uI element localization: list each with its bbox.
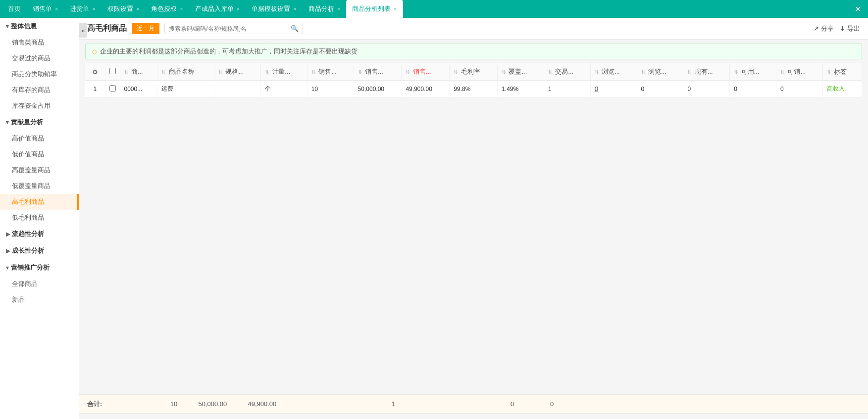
- sidebar-item-all-goods[interactable]: 全部商品: [0, 276, 79, 292]
- sidebar-item-high-value[interactable]: 高价值商品: [0, 131, 79, 146]
- col-sellable-stock-sort: ⇅: [780, 69, 784, 75]
- nav-purchase-order-close[interactable]: ×: [92, 6, 95, 12]
- cell-views2: 0: [637, 81, 683, 97]
- sidebar-section-marketing[interactable]: ▾ 营销推广分析: [0, 259, 79, 276]
- footer-sales-qty: 10: [122, 400, 181, 408]
- sidebar-section-overall[interactable]: ▾ 整体信息: [0, 18, 79, 35]
- cell-sales-profit: 49,900.00: [402, 81, 450, 97]
- col-unit-sort: ⇅: [265, 69, 269, 75]
- col-sellable-stock[interactable]: ⇅ 可销...: [776, 63, 823, 81]
- sidebar-item-in-stock[interactable]: 有库存的商品: [0, 82, 79, 98]
- footer-transactions: 1: [359, 400, 399, 408]
- sidebar-section-contribution[interactable]: ▾ 贡献量分析: [0, 114, 79, 131]
- col-sales-amount[interactable]: ⇅ 销售...: [354, 63, 402, 81]
- nav-role-auth-close[interactable]: ×: [180, 6, 183, 12]
- col-available-stock[interactable]: ⇅ 可用...: [730, 63, 776, 81]
- sidebar: ▾ 整体信息 销售类商品 交易过的商品 商品分类助销率 有库存的商品 库存资金占…: [0, 18, 79, 419]
- sidebar-item-low-margin[interactable]: 低毛利商品: [0, 210, 79, 226]
- sidebar-collapse-button[interactable]: «: [79, 23, 87, 38]
- footer-spacer4: [439, 400, 478, 408]
- section-overall-arrow: ▾: [6, 23, 9, 30]
- nav-role-auth[interactable]: 角色授权 ×: [145, 0, 189, 18]
- tip-bar: ◇ 企业的主要的利润都是这部分商品创造的，可考虑加大推广，同时关注库存是不要出现…: [85, 44, 862, 59]
- tip-text: 企业的主要的利润都是这部分商品创造的，可考虑加大推广，同时关注库存是不要出现缺货: [100, 47, 357, 56]
- sidebar-item-high-margin[interactable]: 高毛利商品: [0, 194, 79, 210]
- col-unit[interactable]: ⇅ 计量...: [260, 63, 307, 81]
- col-current-stock[interactable]: ⇅ 现有...: [683, 63, 730, 81]
- sidebar-item-category-rate[interactable]: 商品分类助销率: [0, 66, 79, 82]
- table-wrapper[interactable]: ⚙ ⇅ 商... ⇅ 商品名称: [85, 63, 862, 394]
- search-icon[interactable]: 🔍: [291, 25, 299, 32]
- nav-home[interactable]: 首页: [2, 0, 27, 18]
- content-area: « 高毛利商品 近一月 🔍 ↗ 分享 ⬇ 导出 ◇: [79, 18, 868, 419]
- footer-spacer1: [280, 400, 320, 408]
- share-icon: ↗: [814, 25, 819, 32]
- nav-purchase-order[interactable]: 进货单 ×: [64, 0, 101, 18]
- export-icon: ⬇: [840, 25, 845, 32]
- sidebar-item-high-coverage[interactable]: 高覆盖量商品: [0, 162, 79, 178]
- page-title: 高毛利商品: [87, 23, 127, 34]
- sidebar-item-traded-goods[interactable]: 交易过的商品: [0, 50, 79, 66]
- footer-spacer2: [320, 400, 359, 408]
- col-sales-amount-sort: ⇅: [358, 69, 362, 75]
- cell-sales-qty: 10: [307, 81, 354, 97]
- col-gross-margin[interactable]: ⇅ 毛利率: [450, 63, 498, 81]
- nav-sales-order[interactable]: 销售单 ×: [27, 0, 64, 18]
- col-sales-qty[interactable]: ⇅ 销售...: [307, 63, 354, 81]
- col-coverage[interactable]: ⇅ 覆盖...: [498, 63, 544, 81]
- nav-sales-order-close[interactable]: ×: [55, 6, 58, 12]
- nav-product-analysis-list-close[interactable]: ×: [394, 6, 397, 12]
- nav-product-analysis-list[interactable]: 商品分析列表 ×: [346, 0, 403, 18]
- col-views2[interactable]: ⇅ 浏览...: [637, 63, 683, 81]
- col-views1[interactable]: ⇅ 浏览...: [590, 63, 637, 81]
- section-contribution-arrow: ▾: [6, 119, 9, 126]
- col-current-stock-sort: ⇅: [687, 69, 691, 75]
- nav-template-settings[interactable]: 单据模板设置 ×: [246, 0, 302, 18]
- filter-recent-month-button[interactable]: 近一月: [132, 23, 159, 34]
- nav-template-settings-close[interactable]: ×: [293, 6, 296, 12]
- select-all-checkbox[interactable]: [109, 68, 116, 74]
- col-num: ⚙: [85, 63, 105, 81]
- col-transactions[interactable]: ⇅ 交易...: [544, 63, 590, 81]
- sidebar-item-new-goods[interactable]: 新品: [0, 292, 79, 308]
- sidebar-item-low-coverage[interactable]: 低覆盖量商品: [0, 178, 79, 194]
- sidebar-item-low-value[interactable]: 低价值商品: [0, 146, 79, 162]
- cell-views1-link[interactable]: 0: [595, 85, 598, 93]
- nav-permission-close[interactable]: ×: [136, 6, 139, 12]
- nav-product-storage-close[interactable]: ×: [237, 6, 240, 12]
- col-gross-margin-sort: ⇅: [454, 69, 458, 75]
- sidebar-item-sales-goods[interactable]: 销售类商品: [0, 35, 79, 50]
- section-growth-arrow: ▶: [6, 248, 10, 254]
- sidebar-item-stock-capital[interactable]: 库存资金占用: [0, 98, 79, 114]
- nav-permission[interactable]: 权限设置 ×: [102, 0, 145, 18]
- cell-current-stock: 0: [683, 81, 730, 97]
- cell-gross-margin: 99.8%: [450, 81, 498, 97]
- search-input[interactable]: [169, 25, 291, 32]
- cell-views1: 0: [590, 81, 637, 97]
- content-header: 高毛利商品 近一月 🔍 ↗ 分享 ⬇ 导出: [79, 18, 868, 40]
- sidebar-section-trend[interactable]: ▶ 流趋性分析: [0, 226, 79, 242]
- col-spec[interactable]: ⇅ 规格...: [214, 63, 261, 81]
- export-button[interactable]: ⬇ 导出: [840, 24, 860, 33]
- nav-product-storage[interactable]: 产成品入库单 ×: [189, 0, 246, 18]
- nav-product-analysis-close[interactable]: ×: [337, 6, 340, 12]
- cell-code: 0000...: [120, 81, 157, 97]
- horizontal-scrollbar[interactable]: [79, 413, 868, 419]
- share-button[interactable]: ↗ 分享: [814, 24, 834, 33]
- col-views1-sort: ⇅: [595, 69, 599, 75]
- col-name[interactable]: ⇅ 商品名称: [157, 63, 214, 81]
- product-table: ⚙ ⇅ 商... ⇅ 商品名称: [85, 63, 862, 97]
- settings-icon[interactable]: ⚙: [92, 68, 98, 76]
- row-checkbox[interactable]: [109, 85, 116, 92]
- cell-checkbox: [105, 81, 120, 97]
- col-available-stock-sort: ⇅: [734, 69, 738, 75]
- col-sales-profit[interactable]: ⇅ 销售...: [402, 63, 450, 81]
- sidebar-section-growth[interactable]: ▶ 成长性分析: [0, 242, 79, 259]
- col-tag[interactable]: ⇅ 标签: [822, 63, 862, 81]
- col-views2-sort: ⇅: [641, 69, 645, 75]
- col-code[interactable]: ⇅ 商...: [120, 63, 157, 81]
- tip-icon: ◇: [92, 47, 97, 55]
- nav-close-all[interactable]: ✕: [850, 4, 866, 14]
- nav-product-analysis[interactable]: 商品分析 ×: [303, 0, 346, 18]
- cell-num: 1: [85, 81, 105, 97]
